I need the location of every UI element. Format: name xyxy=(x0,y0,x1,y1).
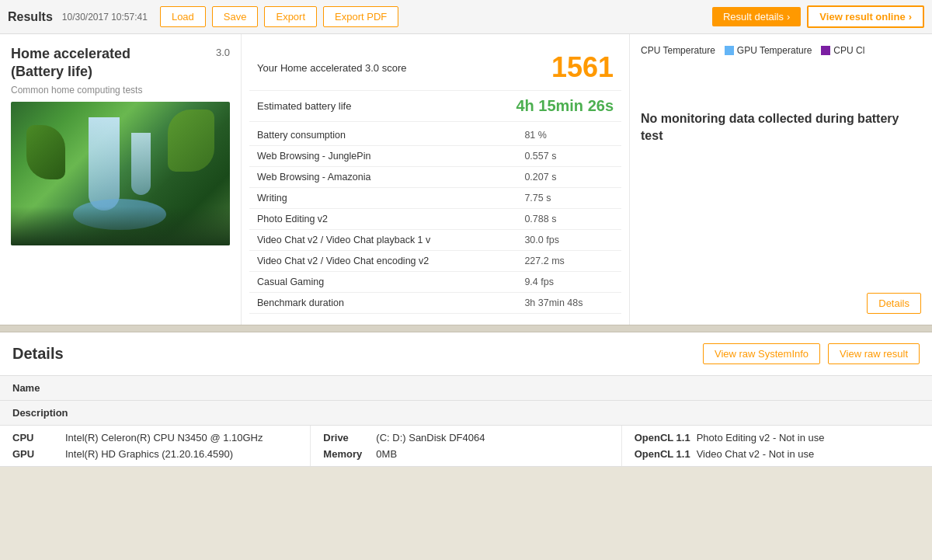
benchmark-subtitle: Common home computing tests xyxy=(11,85,142,96)
description-header: Description xyxy=(0,401,93,426)
metric-name: Web Browsing - Amazonia xyxy=(249,167,516,188)
opencl2-label: OpenCL 1.1 xyxy=(635,448,690,460)
metric-row: Casual Gaming9.4 fps xyxy=(249,272,621,293)
name-header: Name xyxy=(0,376,93,401)
gpu-label: GPU xyxy=(12,448,59,460)
results-label: Results xyxy=(8,10,53,24)
details-header: Details View raw SystemInfo View raw res… xyxy=(0,332,932,375)
view-result-button[interactable]: View raw result xyxy=(828,343,920,364)
metric-row: Battery consumption81 % xyxy=(249,125,621,146)
save-button[interactable]: Save xyxy=(212,6,259,27)
drive-label: Drive xyxy=(323,432,370,443)
hardware-section: CPU Intel(R) Celeron(R) CPU N3450 @ 1.10… xyxy=(0,426,932,467)
view-systeminfo-button[interactable]: View raw SystemInfo xyxy=(703,343,820,364)
benchmark-title-line2: (Battery life) xyxy=(11,63,142,81)
cpu-temp-label: CPU Temperature xyxy=(641,45,715,56)
opencl2-value: Video Chat v2 - Not in use xyxy=(697,448,815,460)
metric-name: Casual Gaming xyxy=(249,272,516,293)
description-value xyxy=(93,401,932,426)
metric-value: 9.4 fps xyxy=(516,272,621,293)
metric-value: 81 % xyxy=(516,125,621,146)
upper-section: Home accelerated (Battery life) Common h… xyxy=(0,34,932,325)
opencl1-value: Photo Editing v2 - Not in use xyxy=(697,432,825,443)
export-pdf-button[interactable]: Export PDF xyxy=(323,6,398,27)
score-value: 1561 xyxy=(551,51,614,84)
middle-panel: Your Home accelerated 3.0 score 1561 Est… xyxy=(241,34,629,325)
drive-row: Drive (C: D:) SanDisk DF4064 xyxy=(323,432,608,443)
cpu-value: Intel(R) Celeron(R) CPU N3450 @ 1.10GHz xyxy=(65,432,263,443)
cpu-cl-legend: CPU Cl xyxy=(821,45,864,56)
metric-row: Video Chat v2 / Video Chat playback 1 v3… xyxy=(249,230,621,251)
export-button[interactable]: Export xyxy=(264,6,317,27)
details-table: Name Description xyxy=(0,375,932,426)
memory-label: Memory xyxy=(323,448,370,460)
details-section: Details View raw SystemInfo View raw res… xyxy=(0,332,932,467)
cpu-label: CPU xyxy=(12,432,59,443)
metric-row: Web Browsing - Amazonia0.207 s xyxy=(249,167,621,188)
score-row: Your Home accelerated 3.0 score 1561 xyxy=(249,45,621,91)
gpu-row: GPU Intel(R) HD Graphics (21.20.16.4590) xyxy=(12,448,297,460)
opencl-block: OpenCL 1.1 Photo Editing v2 - Not in use… xyxy=(622,426,932,466)
left-panel: Home accelerated (Battery life) Common h… xyxy=(0,34,241,325)
timestamp: 10/30/2017 10:57:41 xyxy=(62,12,148,23)
score-label: Your Home accelerated 3.0 score xyxy=(257,62,406,74)
memory-row: Memory 0MB xyxy=(323,448,608,460)
metric-value: 0.207 s xyxy=(516,167,621,188)
no-monitoring-message: No monitoring data collected during batt… xyxy=(641,110,921,145)
metric-row: Writing7.75 s xyxy=(249,188,621,209)
separator xyxy=(0,325,932,332)
cpu-cl-color xyxy=(821,46,830,55)
top-bar: Results 10/30/2017 10:57:41 Load Save Ex… xyxy=(0,0,932,34)
opencl1-row: OpenCL 1.1 Photo Editing v2 - Not in use xyxy=(635,432,920,443)
result-details-button[interactable]: Result details › xyxy=(712,7,801,26)
gpu-temp-label: GPU Temperature xyxy=(737,45,812,56)
metric-name: Video Chat v2 / Video Chat encoding v2 xyxy=(249,251,516,272)
metric-value: 7.75 s xyxy=(516,188,621,209)
metric-name: Video Chat v2 / Video Chat playback 1 v xyxy=(249,230,516,251)
battery-label: Estimated battery life xyxy=(257,100,351,112)
drive-block: Drive (C: D:) SanDisk DF4064 Memory 0MB xyxy=(311,426,621,466)
metric-value: 3h 37min 48s xyxy=(516,293,621,314)
load-button[interactable]: Load xyxy=(160,6,206,27)
gpu-temp-color xyxy=(725,46,734,55)
cpu-row: CPU Intel(R) Celeron(R) CPU N3450 @ 1.10… xyxy=(12,432,297,443)
gpu-temp-legend: GPU Temperature xyxy=(725,45,812,56)
drive-value: (C: D:) SanDisk DF4064 xyxy=(376,432,485,443)
opencl1-label: OpenCL 1.1 xyxy=(635,432,690,443)
metric-row: Benchmark duration3h 37min 48s xyxy=(249,293,621,314)
battery-value: 4h 15min 26s xyxy=(516,97,614,115)
metric-value: 227.2 ms xyxy=(516,251,621,272)
metric-row: Web Browsing - JunglePin0.557 s xyxy=(249,146,621,167)
metric-name: Benchmark duration xyxy=(249,293,516,314)
right-panel: CPU Temperature GPU Temperature CPU Cl N… xyxy=(629,34,932,325)
memory-value: 0MB xyxy=(376,448,397,460)
cpu-block: CPU Intel(R) Celeron(R) CPU N3450 @ 1.10… xyxy=(0,426,311,466)
metric-name: Web Browsing - JunglePin xyxy=(249,146,516,167)
details-button[interactable]: Details xyxy=(867,293,921,314)
benchmark-title-line1: Home accelerated xyxy=(11,45,142,63)
benchmark-image xyxy=(11,102,230,245)
main-content: Home accelerated (Battery life) Common h… xyxy=(0,34,932,325)
metric-value: 0.557 s xyxy=(516,146,621,167)
metric-name: Writing xyxy=(249,188,516,209)
legend-row: CPU Temperature GPU Temperature CPU Cl xyxy=(641,45,921,56)
metric-row: Video Chat v2 / Video Chat encoding v222… xyxy=(249,251,621,272)
metric-value: 0.788 s xyxy=(516,209,621,230)
gpu-value: Intel(R) HD Graphics (21.20.16.4590) xyxy=(65,448,233,460)
name-value xyxy=(93,376,932,401)
battery-row: Estimated battery life 4h 15min 26s xyxy=(249,91,621,122)
metric-name: Photo Editing v2 xyxy=(249,209,516,230)
metric-value: 30.0 fps xyxy=(516,230,621,251)
metric-name: Battery consumption xyxy=(249,125,516,146)
view-result-online-button[interactable]: View result online › xyxy=(807,5,924,28)
cpu-cl-label: CPU Cl xyxy=(833,45,864,56)
details-title: Details xyxy=(12,345,695,363)
version-badge: 3.0 xyxy=(216,47,230,58)
metrics-table: Battery consumption81 %Web Browsing - Ju… xyxy=(249,125,621,314)
opencl2-row: OpenCL 1.1 Video Chat v2 - Not in use xyxy=(635,448,920,460)
metric-row: Photo Editing v20.788 s xyxy=(249,209,621,230)
